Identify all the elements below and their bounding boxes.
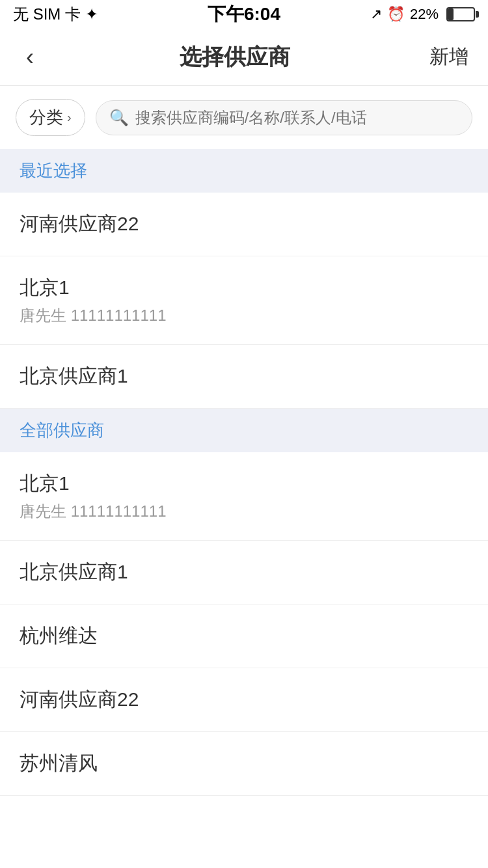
search-box[interactable]: 🔍: [96, 100, 472, 135]
search-input[interactable]: [135, 109, 459, 127]
battery-icon: [446, 7, 475, 21]
recent-section-header: 最近选择: [0, 149, 488, 193]
list-item[interactable]: 苏州清风: [0, 732, 488, 796]
item-detail: 唐先生 11111111111: [20, 501, 468, 522]
list-item[interactable]: 北京1唐先生 11111111111: [0, 256, 488, 345]
list-item[interactable]: 北京供应商1: [0, 541, 488, 604]
item-name: 北京1: [20, 275, 468, 301]
nav-bar: ‹ 选择供应商 新增: [0, 29, 488, 86]
location-icon: ↗: [370, 6, 382, 23]
page-title: 选择供应商: [180, 42, 290, 72]
battery-percent: 22%: [410, 6, 439, 23]
category-button[interactable]: 分类 ›: [16, 99, 85, 136]
all-section-label: 全部供应商: [20, 420, 104, 440]
status-time: 下午6:04: [208, 2, 280, 27]
search-area: 分类 › 🔍: [0, 86, 488, 149]
item-name: 河南供应商22: [20, 211, 468, 237]
item-name: 河南供应商22: [20, 686, 468, 713]
category-arrow-icon: ›: [67, 110, 72, 125]
list-item[interactable]: 河南供应商22: [0, 193, 488, 256]
list-item[interactable]: 北京供应商1: [0, 345, 488, 409]
list-item[interactable]: 杭州维达: [0, 604, 488, 668]
recent-items-list: 河南供应商22北京1唐先生 11111111111北京供应商1: [0, 193, 488, 409]
recent-section-label: 最近选择: [20, 161, 87, 180]
item-name: 北京供应商1: [20, 559, 468, 586]
back-button[interactable]: ‹: [20, 37, 40, 77]
list-item[interactable]: 河南供应商22: [0, 668, 488, 732]
all-section-header: 全部供应商: [0, 409, 488, 452]
category-label: 分类: [29, 106, 63, 129]
sim-status: 无 SIM 卡 ✦: [13, 4, 98, 25]
all-items-list: 北京1唐先生 11111111111北京供应商1杭州维达河南供应商22苏州清风: [0, 452, 488, 796]
search-icon: 🔍: [109, 109, 129, 127]
item-name: 北京供应商1: [20, 363, 468, 390]
add-button[interactable]: 新增: [429, 44, 468, 70]
item-name: 杭州维达: [20, 623, 468, 649]
alarm-icon: ⏰: [387, 6, 405, 23]
status-bar: 无 SIM 卡 ✦ 下午6:04 ↗ ⏰ 22%: [0, 0, 488, 29]
item-detail: 唐先生 11111111111: [20, 305, 468, 326]
item-name: 北京1: [20, 470, 468, 497]
list-item[interactable]: 北京1唐先生 11111111111: [0, 452, 488, 541]
item-name: 苏州清风: [20, 750, 468, 777]
status-right: ↗ ⏰ 22%: [370, 6, 475, 23]
status-left: 无 SIM 卡 ✦: [13, 4, 98, 25]
